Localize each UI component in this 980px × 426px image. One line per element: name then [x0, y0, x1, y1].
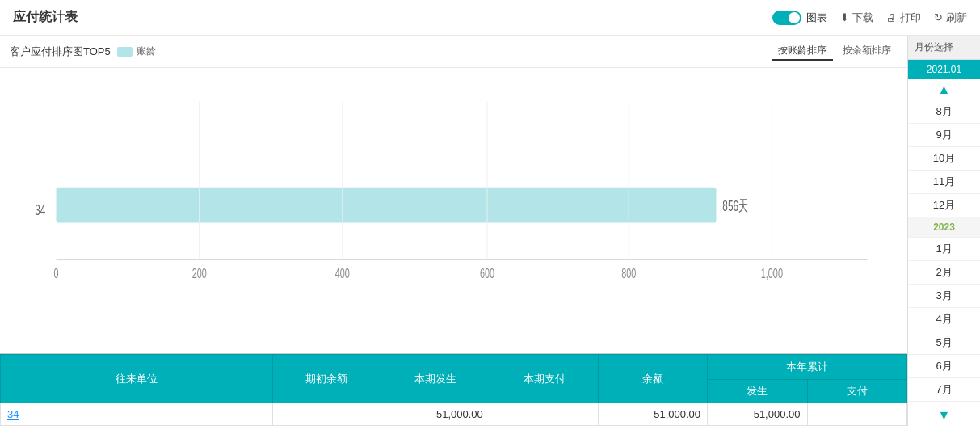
legend-color-box [117, 47, 133, 57]
refresh-button[interactable]: ↻ 刷新 [934, 11, 967, 25]
download-icon: ⬇ [840, 11, 849, 23]
sidebar-up-button[interactable]: ▲ [908, 79, 980, 100]
svg-text:400: 400 [335, 266, 350, 281]
download-button[interactable]: ⬇ 下载 [840, 11, 873, 25]
app-container: 应付统计表 图表 ⬇ 下载 🖨 打印 ↻ 刷新 [0, 0, 980, 426]
sidebar-month-item[interactable]: 6月 [908, 355, 980, 378]
table-wrapper: 往来单位 期初余额 本期发生 本期支付 余额 本年累计 发生 支付 [0, 354, 907, 426]
col-ytd-pay: 支付 [807, 380, 907, 403]
refresh-label: 刷新 [946, 11, 967, 25]
sidebar-year-label: 2023 [908, 217, 980, 238]
cell-current-pay [490, 403, 599, 426]
sidebar-header: 月份选择 [908, 36, 980, 60]
sidebar-down-button[interactable]: ▼ [908, 405, 980, 426]
svg-rect-1 [57, 188, 717, 223]
chart-legend: 客户应付排序图TOP5 账龄 [10, 44, 156, 59]
sidebar-month-item[interactable]: 10月 [908, 147, 980, 171]
chart-area: 34 856天 0 200 400 600 800 1,000 [0, 68, 907, 353]
cell-balance: 51,000.00 [599, 403, 708, 426]
print-button[interactable]: 🖨 打印 [886, 11, 921, 25]
chart-svg: 34 856天 0 200 400 600 800 1,000 [32, 76, 891, 329]
sidebar-selected-date: 2021.01 [908, 60, 980, 79]
refresh-icon: ↻ [934, 11, 943, 23]
col-current-pay: 本期支付 [490, 355, 599, 403]
svg-text:600: 600 [480, 266, 494, 281]
main-content: 客户应付排序图TOP5 账龄 按账龄排序 按余额排序 34 [0, 36, 980, 426]
chart-section: 客户应付排序图TOP5 账龄 按账龄排序 按余额排序 34 [0, 36, 907, 426]
chart-toggle[interactable]: 图表 [772, 11, 827, 25]
col-ytd-occur: 发生 [708, 380, 807, 403]
svg-text:856天: 856天 [722, 198, 748, 214]
sidebar-month-item[interactable]: 5月 [908, 331, 980, 355]
col-current-occur: 本期发生 [381, 355, 490, 403]
cell-opening [272, 403, 381, 426]
sort-by-balance-button[interactable]: 按余额排序 [836, 42, 898, 61]
cell-ytd-pay [807, 403, 907, 426]
svg-text:0: 0 [54, 266, 59, 281]
sidebar-month-item[interactable]: 9月 [908, 124, 980, 147]
legend-item-age: 账龄 [117, 44, 156, 58]
cell-ytd-occur: 51,000.00 [708, 403, 807, 426]
col-ytd: 本年累计 [708, 355, 907, 380]
page-title: 应付统计表 [13, 9, 78, 26]
svg-text:34: 34 [35, 201, 45, 217]
toggle-thumb [789, 12, 800, 23]
svg-text:800: 800 [621, 266, 636, 281]
toggle-label: 图表 [806, 11, 827, 25]
table-section: 往来单位 期初余额 本期发生 本期支付 余额 本年累计 发生 支付 [0, 353, 907, 426]
svg-text:200: 200 [192, 266, 207, 281]
col-balance: 余额 [599, 355, 708, 403]
download-label: 下载 [852, 11, 873, 25]
col-opening: 期初余额 [272, 355, 381, 403]
sidebar-month-item[interactable]: 8月 [908, 100, 980, 124]
chart-toolbar: 客户应付排序图TOP5 账龄 按账龄排序 按余额排序 [0, 36, 907, 68]
sidebar-month-item[interactable]: 7月 [908, 378, 980, 402]
print-icon: 🖨 [886, 11, 897, 23]
print-label: 打印 [900, 11, 921, 25]
sidebar-months: 8月9月10月11月12月20231月2月3月4月5月6月7月 [908, 100, 980, 405]
sidebar-month-item[interactable]: 3月 [908, 285, 980, 308]
svg-text:1,000: 1,000 [761, 266, 783, 281]
sort-buttons: 按账龄排序 按余额排序 [772, 42, 898, 61]
table-row: 34 51,000.00 51,000.00 51,000.00 [1, 403, 907, 426]
col-company: 往来单位 [1, 355, 273, 403]
sidebar-month-item[interactable]: 2月 [908, 261, 980, 285]
data-table: 往来单位 期初余额 本期发生 本期支付 余额 本年累计 发生 支付 [0, 354, 907, 426]
sidebar-month-item[interactable]: 11月 [908, 171, 980, 194]
legend-age-label: 账龄 [137, 44, 156, 58]
header: 应付统计表 图表 ⬇ 下载 🖨 打印 ↻ 刷新 [0, 0, 980, 36]
cell-company[interactable]: 34 [1, 403, 273, 426]
sidebar-month-item[interactable]: 4月 [908, 308, 980, 331]
legend-title: 客户应付排序图TOP5 [10, 44, 111, 59]
header-actions: 图表 ⬇ 下载 🖨 打印 ↻ 刷新 [772, 11, 967, 25]
cell-current-occur: 51,000.00 [381, 403, 490, 426]
sort-by-age-button[interactable]: 按账龄排序 [772, 42, 833, 61]
toggle-track[interactable] [772, 11, 801, 25]
sidebar-month-item[interactable]: 12月 [908, 194, 980, 217]
sidebar-month-item[interactable]: 1月 [908, 238, 980, 261]
sidebar: 月份选择 2021.01 ▲ 8月9月10月11月12月20231月2月3月4月… [907, 36, 980, 426]
